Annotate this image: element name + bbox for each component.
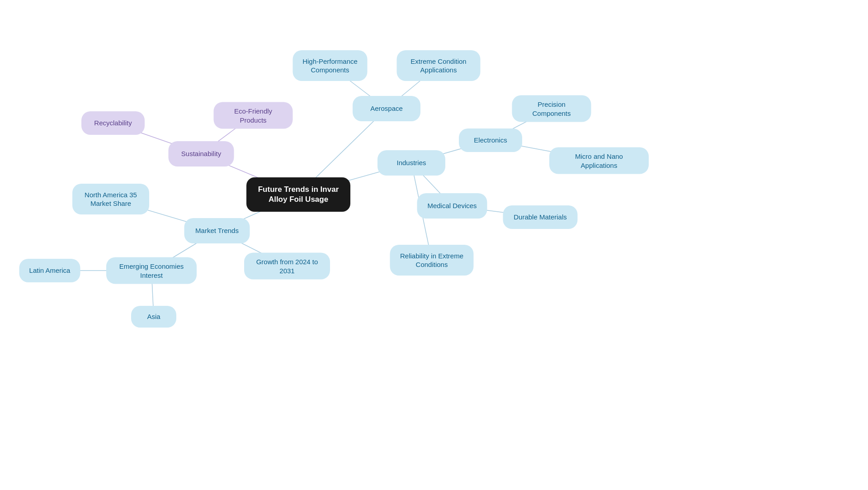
node-high_performance: High-Performance Components	[293, 50, 368, 81]
node-medical_devices: Medical Devices	[417, 193, 487, 219]
node-precision_components: Precision Components	[512, 95, 591, 122]
node-north_america: North America 35 Market Share	[72, 184, 149, 214]
node-latin_america: Latin America	[19, 259, 80, 282]
node-center: Future Trends in Invar Alloy Foil Usage	[246, 177, 350, 212]
node-sustainability: Sustainability	[169, 141, 234, 167]
node-emerging: Emerging Economies Interest	[106, 257, 197, 284]
node-asia: Asia	[131, 306, 176, 328]
node-eco_friendly: Eco-Friendly Products	[214, 102, 293, 129]
node-growth: Growth from 2024 to 2031	[244, 253, 330, 280]
node-extreme_condition_apps: Extreme Condition Applications	[397, 50, 481, 81]
node-durable_materials: Durable Materials	[503, 205, 578, 229]
node-market_trends: Market Trends	[184, 218, 250, 243]
node-aerospace: Aerospace	[353, 96, 420, 121]
node-reliability: Reliability in Extreme Conditions	[390, 245, 474, 276]
node-industries: Industries	[377, 150, 445, 176]
node-micro_nano: Micro and Nano Applications	[549, 147, 649, 174]
node-electronics: Electronics	[459, 128, 522, 152]
node-recyclability: Recyclability	[81, 111, 145, 135]
